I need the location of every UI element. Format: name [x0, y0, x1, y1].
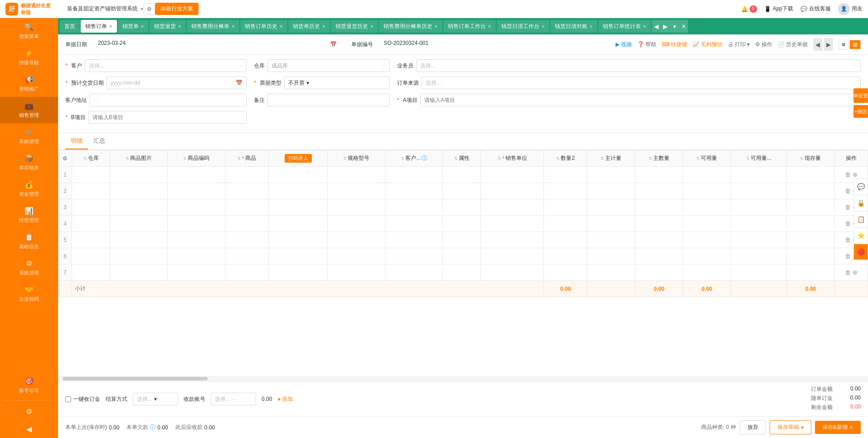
col-main-qty[interactable]: ⇅ 主数量	[635, 150, 683, 167]
save-new-button[interactable]: 保存&新增 ∧	[815, 421, 861, 434]
tab-daily-workbench[interactable]: 钱货日清工作台 ✕	[497, 20, 549, 33]
float-star-btn[interactable]: ⭐	[853, 227, 868, 244]
tab-sales-stats[interactable]: 销售订单统计表 ✕	[598, 20, 651, 33]
notification-item[interactable]: 🔔 9	[741, 5, 757, 13]
industry-button[interactable]: 体验行业方案	[155, 3, 199, 15]
tab-close-icon[interactable]: ✕	[231, 24, 235, 29]
tab-order-workbench[interactable]: 销售订单工作台 ✕	[443, 20, 496, 33]
delete-row-btn[interactable]: 🗑	[845, 236, 851, 243]
discard-button[interactable]: 放弃	[740, 420, 766, 434]
remark-input[interactable]	[267, 94, 390, 106]
tab-detail[interactable]: 明细	[65, 133, 88, 149]
sidebar-item-finance[interactable]: 💰 资金管理	[0, 176, 58, 202]
tab-sales-return[interactable]: 销货退货 ✕	[150, 20, 186, 33]
print-btn[interactable]: 🖨 打印 ▾	[728, 41, 750, 48]
tab-close-icon[interactable]: ✕	[370, 24, 373, 29]
tab-close-icon[interactable]: ✕	[279, 24, 283, 29]
col-gear[interactable]: ⚙	[58, 150, 72, 167]
sidebar-item-search[interactable]: 🔍 搜索菜单	[0, 18, 58, 44]
tab-sales-slip[interactable]: 销货单 ✕	[118, 20, 149, 33]
warehouse-input[interactable]: 成品库 ···	[267, 59, 390, 72]
sidebar-item-inventory[interactable]: 📦 库存核算	[0, 149, 58, 176]
col-qty2[interactable]: ⇅ 数量2	[544, 150, 587, 167]
operation-btn[interactable]: ⚙ 操作	[755, 41, 772, 48]
col-goods[interactable]: ⇅ *商品	[225, 150, 268, 167]
tab-close-icon[interactable]: ✕	[178, 24, 181, 29]
tab-sales-order-history[interactable]: 销售订单历史 ✕	[240, 20, 287, 33]
view-btn[interactable]: ▶ 视频	[616, 41, 632, 48]
tab-home[interactable]: 首页	[60, 20, 80, 33]
tab-close-icon[interactable]: ✕	[141, 24, 144, 29]
float-chat-btn[interactable]: 💬	[853, 178, 868, 195]
tab-menu-btn[interactable]: ▾	[670, 20, 679, 33]
delete-row-btn[interactable]: 🗑	[845, 269, 851, 276]
float-lock-btn[interactable]: 🔒	[853, 195, 868, 211]
float-clipboard-btn[interactable]: 📋	[853, 211, 868, 227]
sidebar-item-system[interactable]: ⚙ 系统管理	[0, 255, 58, 281]
ticket-type-select[interactable]: 不开票 ▾	[284, 77, 390, 89]
customer-input[interactable]: 选择... ···	[85, 59, 247, 72]
col-customer-code[interactable]: ⇅ 客户... ⓘ	[385, 150, 443, 167]
add-item-btn[interactable]: ● 添加	[277, 395, 292, 403]
order-source-input[interactable]: 选择...	[422, 77, 861, 89]
col-warehouse[interactable]: ⇅ 仓库	[72, 150, 110, 167]
tab-close-icon[interactable]: ✕	[434, 24, 438, 29]
tab-summary[interactable]: 汇总	[88, 133, 111, 149]
b-project-input[interactable]	[88, 111, 247, 124]
right-logistics-btn[interactable]: +物流	[853, 105, 868, 118]
sidebar-item-basic-info[interactable]: 📋 基础信息	[0, 228, 58, 255]
tab-close-icon[interactable]: ✕	[643, 24, 646, 29]
col-image[interactable]: ⇅ 商品图片	[110, 150, 168, 167]
view-list-btn[interactable]: ≡	[839, 40, 849, 49]
help-btn[interactable]: ❓ 帮助	[637, 41, 656, 48]
account-select[interactable]: 选择... ···	[211, 393, 256, 405]
tab-close-all-btn[interactable]: ✕	[679, 20, 688, 33]
copy-row-btn[interactable]: ⊕	[853, 269, 858, 276]
col-available[interactable]: ⇅ 可用量	[683, 150, 731, 167]
sidebar-item-quicknav[interactable]: ⚡ 快捷导航	[0, 44, 58, 71]
delete-row-btn[interactable]: 🗑	[845, 188, 851, 194]
col-scan[interactable]: 扫码录入	[268, 150, 328, 167]
online-support[interactable]: 💬 在线客服	[800, 5, 831, 13]
a-project-input[interactable]	[420, 94, 861, 106]
sidebar-item-guide[interactable]: 🎯 新手引导	[0, 372, 58, 399]
col-code[interactable]: ⇅ 商品编码	[167, 150, 225, 167]
col-main-unit[interactable]: ⇅ 主计量	[587, 150, 635, 167]
app-download[interactable]: 📱 App下载	[764, 5, 793, 13]
tab-prev-btn[interactable]: ◀	[652, 20, 661, 33]
sidebar-item-sales[interactable]: 💼 销售管理	[0, 97, 58, 123]
record-prev-btn[interactable]: ◀	[813, 38, 822, 51]
col-stock[interactable]: ⇅ 现存量	[787, 150, 834, 167]
sidebar-item-operations[interactable]: 📊 经营管理	[0, 202, 58, 228]
horizontal-scrollbar[interactable]	[63, 377, 208, 380]
tab-daily-reconcile[interactable]: 钱货日清对账 ✕	[550, 20, 597, 33]
profit-btn[interactable]: 📈 毛利预估	[693, 41, 723, 48]
save-draft-button[interactable]: 保存草稿 ▾	[770, 420, 811, 434]
sidebar-collapse[interactable]: ◀	[0, 420, 58, 438]
history-btn[interactable]: 📄 历史单据	[778, 41, 808, 48]
copy-row-btn[interactable]: ⊕	[853, 171, 858, 178]
scan-input-btn[interactable]: 扫码录入	[285, 154, 312, 163]
tab-sales-fee[interactable]: 销售费用分摊单 ✕	[187, 20, 239, 33]
col-spec[interactable]: ⇅ 规格型号	[328, 150, 385, 167]
delivery-date-input[interactable]: yyyy-mm-dd 📅	[107, 77, 247, 89]
tab-return-history[interactable]: 销货退货历史 ✕	[331, 20, 378, 33]
sidebar-item-purchase[interactable]: 🛒 采购管理	[0, 123, 58, 149]
delete-row-btn[interactable]: 🗑	[845, 204, 851, 211]
tab-next-btn[interactable]: ▶	[661, 20, 670, 33]
address-input[interactable]: ···	[90, 94, 247, 106]
settings-icon[interactable]: ⚙	[143, 3, 155, 15]
col-unit[interactable]: ⇅ *销售单位	[481, 150, 544, 167]
view-card-btn[interactable]: ⊞	[849, 40, 861, 49]
tab-close-icon[interactable]: ✕	[109, 24, 112, 29]
delete-row-btn[interactable]: 🗑	[845, 253, 851, 260]
tab-close-icon[interactable]: ✕	[322, 24, 325, 29]
float-alert-btn[interactable]: 🔴	[853, 244, 868, 260]
tab-close-icon[interactable]: ✕	[589, 24, 593, 29]
tab-fee-history[interactable]: 销售费用分摊单历史 ✕	[379, 20, 442, 33]
one-click-input[interactable]	[65, 396, 71, 402]
one-click-checkbox[interactable]: 一键收订金	[65, 395, 100, 403]
tab-close-icon[interactable]: ✕	[541, 24, 545, 29]
right-settings-btn[interactable]: ⚙设置	[853, 88, 868, 103]
user-menu[interactable]: 👤 用友	[838, 3, 863, 15]
